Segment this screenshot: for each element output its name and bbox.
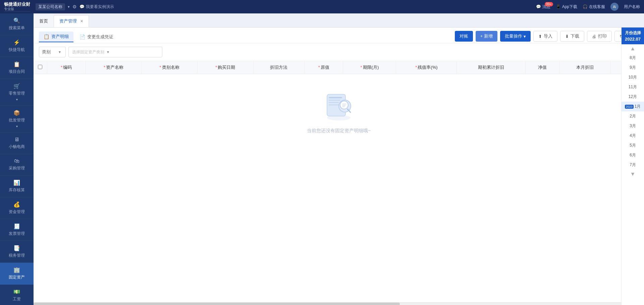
batch-button[interactable]: 批量操作 ▾ [500,31,531,42]
sidebar-item-retail[interactable]: 🛒 零售管理 ▾ [0,79,34,106]
month-3[interactable]: 3月 [622,121,644,131]
online-service-button[interactable]: 🎧 在线客服 [583,4,605,10]
sidebar-item-search[interactable]: 🔍 搜索菜单 [0,13,34,35]
col-accumulated-depreciation: 期初累计折旧 [457,61,525,74]
settings-icon[interactable]: ⚙ [72,4,77,9]
month-7[interactable]: 7月 [622,160,644,170]
retail-icon: 🛒 [13,83,20,89]
col-code: *编码 [47,61,86,74]
sidebar-item-capital[interactable]: 💰 资金管理 [0,197,34,219]
add-button[interactable]: + 新增 [476,31,497,42]
month-8[interactable]: 8月 [622,53,644,63]
horizontal-scrollbar[interactable] [34,302,644,305]
sidebar-item-invoice[interactable]: 🧾 发票管理 [0,219,34,241]
demo-icon: 💬 [79,4,85,9]
table-header-row: *编码 *资产名称 *类别名称 *购买日期 折旧方法 *原值 *期限(月) *残… [34,61,644,74]
sidebar-item-tax[interactable]: 📑 税务管理 [0,241,34,263]
tab-close-icon[interactable]: ✕ [80,19,83,23]
svg-point-7 [340,101,348,109]
year-badge: 2023 [625,105,634,109]
demo-link[interactable]: 💬 我要看实例演示 [79,4,114,10]
purchase-icon: 🛍 [14,158,19,164]
empty-state: 当前您还没有固定资产明细哦~ [34,74,644,147]
invoice-icon: 🧾 [13,223,20,230]
import-button[interactable]: ⬆ 导入 [533,31,557,42]
inventory-icon: 📊 [13,180,20,186]
col-purchase-date: *购买日期 [197,61,253,74]
search-icon: 🔍 [13,17,20,24]
col-asset-name: *资产名称 [86,61,142,74]
col-period: *期限(月) [343,61,396,74]
headset-icon: 🎧 [583,4,588,9]
wholesale-icon: 📦 [13,110,20,116]
top-bar: 畅捷通好业财 专业版 某某公司名称 ▾ ⚙ 💬 我要看实例演示 💬 消息 99+… [0,0,644,13]
contract-icon: 📋 [13,61,20,67]
print-icon: 🖨 [592,34,596,39]
reconcile-button[interactable]: 对账 [455,31,473,42]
company-name[interactable]: 某某公司名称 [36,3,65,10]
messages-button[interactable]: 💬 消息 99+ [536,4,550,10]
main-layout: 🔍 搜索菜单 ⚡ 快捷导航 📋 项目合同 🛒 零售管理 ▾ 📦 批发管理 ▾ 🖥… [0,13,644,305]
tab-bar: 首页 资产管理 ✕ [34,13,644,28]
download-button[interactable]: ⬇ 下载 [560,31,584,42]
sidebar-item-fixed-assets[interactable]: 🏢 固定资产 [0,263,34,285]
sidebar-item-contract[interactable]: 📋 项目合同 [0,57,34,79]
message-badge: 99+ [545,2,553,6]
month-11[interactable]: 11月 [622,82,644,92]
chevron-down-icon: ▾ [16,98,18,101]
user-name[interactable]: 用户名称 [624,4,640,10]
filter-toolbar: 类别 ▾ 选择固定资产类别 ▾ [34,43,644,61]
sub-tab-asset-detail[interactable]: 📋 资产明细 [39,32,73,42]
import-icon: ⬆ [538,34,542,39]
sub-tab-change-voucher[interactable]: 📄 变更生成凭证 [75,32,118,42]
voucher-icon: 📄 [79,34,85,40]
chevron-down-icon: ▾ [16,124,18,128]
sidebar-item-ecommerce[interactable]: 🖥 小畅电商 [0,133,34,154]
select-all-checkbox[interactable] [38,65,42,69]
month-panel-header[interactable]: 月份选择 2022.07 [622,28,644,44]
tax-icon: 📑 [13,245,20,251]
sidebar-item-quicknav[interactable]: ⚡ 快捷导航 [0,35,34,57]
page-content: 📋 资产明细 📄 变更生成凭证 对账 + 新增 批量操作 ▾ [34,28,644,305]
asset-table: *编码 *资产名称 *类别名称 *购买日期 折旧方法 *原值 *期限(月) *残… [34,61,644,302]
select-all-checkbox-col [34,61,47,74]
print-button[interactable]: 🖨 打印 [587,31,612,42]
sidebar-item-wholesale[interactable]: 📦 批发管理 ▾ [0,106,34,133]
batch-dropdown-icon: ▾ [524,34,526,39]
top-bar-right: 💬 消息 99+ 📱 App下载 🎧 在线客服 Ai 用户名称 [536,3,640,11]
month-10[interactable]: 10月 [622,72,644,82]
month-2[interactable]: 2月 [622,111,644,121]
month-5[interactable]: 5月 [622,141,644,150]
svg-rect-3 [329,100,340,101]
app-download-button[interactable]: 📱 App下载 [556,4,577,10]
category-input[interactable]: 选择固定资产类别 ▾ [68,47,162,57]
empty-message: 当前您还没有固定资产明细哦~ [307,128,371,134]
month-6[interactable]: 6月 [622,150,644,160]
empty-state-row: 当前您还没有固定资产明细哦~ [34,74,644,148]
company-dropdown-icon[interactable]: ▾ [68,5,70,9]
category-filter[interactable]: 类别 ▾ [39,47,66,57]
month-up-icon[interactable]: ▲ [622,44,644,53]
empty-illustration [319,88,359,121]
month-down-icon[interactable]: ▼ [622,170,644,179]
scroll-thumb[interactable] [34,303,400,305]
avatar-initial: Ai [613,5,616,9]
fixed-assets-icon: 🏢 [13,267,20,273]
col-original-value: *原值 [305,61,343,74]
tab-home[interactable]: 首页 [34,15,54,27]
month-9[interactable]: 9月 [622,63,644,72]
month-4[interactable]: 4月 [622,131,644,141]
month-1-current[interactable]: 2023 1月 [622,102,644,111]
sidebar-item-salary[interactable]: 💵 工资 [0,285,34,305]
month-12[interactable]: 12月 [622,92,644,102]
col-monthly-depreciation: 本月折旧 [559,61,610,74]
phone-icon: 📱 [556,4,561,9]
sidebar-item-purchase[interactable]: 🛍 采购管理 [0,154,34,175]
sidebar-item-inventory[interactable]: 📊 库存核算 [0,175,34,197]
download-icon: ⬇ [565,34,569,39]
avatar[interactable]: Ai [610,3,619,11]
filter-arrow-icon: ▾ [59,50,61,54]
tab-asset-management[interactable]: 资产管理 ✕ [54,15,89,27]
svg-rect-4 [329,102,339,103]
capital-icon: 💰 [13,201,20,208]
